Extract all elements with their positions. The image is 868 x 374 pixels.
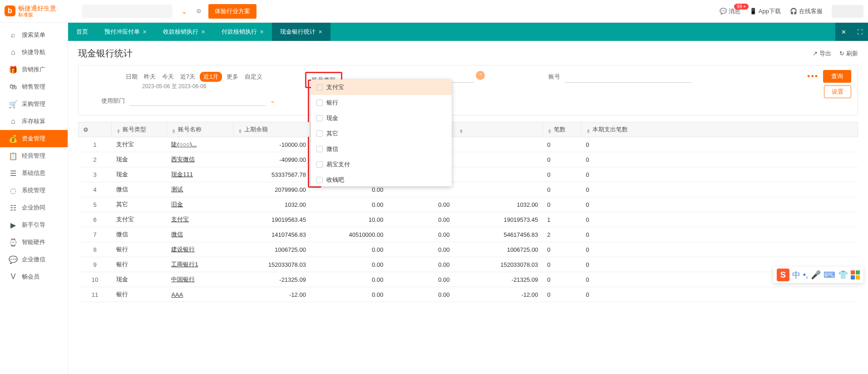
date-chip[interactable]: 近7天 bbox=[178, 72, 197, 82]
acct-name-link[interactable]: 建设银行 bbox=[171, 246, 195, 253]
dropdown-item[interactable]: 易宝支付 bbox=[311, 157, 452, 172]
acct-name-link[interactable]: 支付宝 bbox=[171, 216, 189, 223]
sidebar-item[interactable]: ◌系统管理 bbox=[0, 182, 68, 199]
acct-name-link[interactable]: 西安微信 bbox=[171, 156, 195, 163]
column-header[interactable]: ▲▼ bbox=[454, 122, 543, 137]
sidebar-item-label: 企业微信 bbox=[22, 255, 45, 264]
ime-keyboard-icon[interactable]: ⌨ bbox=[824, 270, 835, 280]
acct-name-link[interactable]: 中国银行 bbox=[171, 276, 195, 283]
date-range: 2023-05-06 至 2023-06-06 bbox=[142, 83, 264, 90]
table-settings-icon[interactable]: ⚙ bbox=[79, 122, 112, 137]
dropdown-item[interactable]: 支付宝 bbox=[311, 80, 452, 95]
sidebar-item-label: 智能硬件 bbox=[22, 238, 45, 246]
checkbox[interactable] bbox=[316, 177, 323, 183]
settings-button[interactable]: 设置 bbox=[824, 85, 851, 98]
row-number: 8 bbox=[79, 242, 112, 257]
dropdown-item[interactable]: 现金 bbox=[311, 110, 452, 126]
fullscreen-icon[interactable]: ⛶ bbox=[852, 23, 868, 41]
acct-name-link[interactable]: AAA bbox=[171, 291, 183, 298]
checkbox[interactable] bbox=[316, 161, 323, 168]
date-chip[interactable]: 自定义 bbox=[243, 72, 264, 82]
date-chip[interactable]: 昨天 bbox=[142, 72, 158, 82]
col5-cell: 0.00 bbox=[388, 212, 454, 227]
sidebar-item[interactable]: V畅会员 bbox=[0, 268, 68, 285]
close-icon[interactable]: ✕ bbox=[143, 29, 147, 35]
acct-name-link[interactable]: 微信 bbox=[171, 231, 183, 238]
date-chip[interactable]: 近1月 bbox=[200, 72, 222, 82]
close-icon[interactable]: ✕ bbox=[260, 29, 264, 35]
sidebar-item[interactable]: ⌂库存核算 bbox=[0, 113, 68, 130]
top-right: 💬 消息 99 + 📱 App下载 🎧 在线客服 bbox=[720, 5, 863, 18]
sidebar-item[interactable]: ☷企业协同 bbox=[0, 199, 68, 216]
chevron-down-icon[interactable]: ⌄ bbox=[270, 97, 275, 104]
sidebar-item[interactable]: 💬企业微信 bbox=[0, 251, 68, 268]
close-all-tabs-icon[interactable]: ✕ bbox=[835, 23, 852, 41]
tab[interactable]: 预付冲应付单✕ bbox=[96, 23, 155, 41]
ime-grid-icon[interactable] bbox=[851, 270, 860, 279]
sidebar-item[interactable]: ⌂快捷导航 bbox=[0, 44, 68, 61]
acct-name-link[interactable]: 旧金 bbox=[171, 201, 183, 208]
sidebar-item[interactable]: 🎁营销推广 bbox=[0, 61, 68, 78]
checkbox[interactable] bbox=[316, 84, 323, 90]
table-row: 7 微信 微信 14107456.83 40510000.00 0.00 546… bbox=[79, 227, 858, 242]
dropdown-item[interactable]: 微信 bbox=[311, 141, 452, 157]
column-header[interactable]: ▲▼本期支出笔数 bbox=[582, 122, 858, 137]
tab[interactable]: 收款核销执行✕ bbox=[155, 23, 213, 41]
checkbox[interactable] bbox=[316, 146, 323, 152]
service-link[interactable]: 🎧 在线客服 bbox=[790, 7, 823, 15]
sidebar-item[interactable]: 🛍销售管理 bbox=[0, 78, 68, 95]
sidebar-item[interactable]: ☰基础信息 bbox=[0, 165, 68, 182]
acct-name-link[interactable]: 现金111 bbox=[171, 171, 193, 178]
acct-name-link[interactable]: 测试 bbox=[171, 186, 183, 193]
sidebar-item[interactable]: 💰资金管理 bbox=[0, 130, 68, 147]
account-input[interactable] bbox=[565, 72, 692, 83]
checkbox[interactable] bbox=[316, 130, 323, 137]
ime-punct-icon[interactable]: •, bbox=[803, 270, 808, 280]
close-icon[interactable]: ✕ bbox=[318, 29, 322, 35]
date-chip[interactable]: 更多 bbox=[225, 72, 240, 82]
query-button[interactable]: 查询 bbox=[823, 70, 851, 83]
app-download-link[interactable]: 📱 App下载 bbox=[750, 7, 781, 15]
sidebar-item[interactable]: ⌕搜索菜单 bbox=[0, 26, 68, 44]
sidebar-item[interactable]: 🛒采购管理 bbox=[0, 95, 68, 113]
sidebar-icon: 💬 bbox=[9, 255, 17, 264]
checkbox[interactable] bbox=[316, 115, 323, 121]
close-icon[interactable]: ✕ bbox=[201, 29, 205, 35]
more-dots-icon[interactable]: ••• bbox=[807, 72, 819, 81]
column-header[interactable]: ▲▼账号类型 bbox=[112, 122, 167, 137]
ime-skin-icon[interactable]: 👕 bbox=[838, 270, 848, 280]
tab[interactable]: 付款核销执行✕ bbox=[213, 23, 272, 41]
gear-icon[interactable]: ⚙ bbox=[196, 8, 202, 15]
date-chip[interactable]: 今天 bbox=[160, 72, 176, 82]
avatar[interactable] bbox=[832, 5, 863, 18]
org-selector[interactable] bbox=[82, 5, 173, 18]
sidebar-item[interactable]: 📋经营管理 bbox=[0, 147, 68, 165]
ime-logo-icon[interactable]: S bbox=[777, 269, 789, 281]
dropdown-item[interactable]: 银行 bbox=[311, 95, 452, 110]
column-header[interactable]: ▲▼上期余额 bbox=[233, 122, 310, 137]
acct-name-link[interactable]: 陡(○○○)... bbox=[171, 141, 197, 148]
dropdown-item[interactable]: 收钱吧 bbox=[311, 172, 452, 186]
messages-link[interactable]: 💬 消息 99 + bbox=[720, 7, 740, 15]
experience-button[interactable]: 体验行业方案 bbox=[208, 4, 256, 19]
acct-name-link[interactable]: 工商银行1 bbox=[171, 261, 198, 268]
tab[interactable]: 首页 bbox=[68, 23, 96, 41]
dept-select[interactable] bbox=[129, 95, 266, 106]
sidebar-item[interactable]: ▶新手引导 bbox=[0, 216, 68, 234]
refresh-button[interactable]: ↻刷新 bbox=[839, 50, 858, 58]
ime-lang[interactable]: 中 bbox=[792, 269, 800, 280]
checkbox[interactable] bbox=[316, 100, 323, 106]
sidebar-item[interactable]: ⌚智能硬件 bbox=[0, 234, 68, 251]
prev-balance-cell: -21325.09 bbox=[233, 272, 310, 287]
tab[interactable]: 现金银行统计✕ bbox=[272, 23, 330, 41]
column-header[interactable]: ▲▼笔数 bbox=[542, 122, 581, 137]
column-header[interactable]: ▲▼账号名称 bbox=[167, 122, 233, 137]
main: 首页预付冲应付单✕收款核销执行✕付款核销执行✕现金银行统计✕ ✕ ⛶ 现金银行统… bbox=[68, 23, 868, 374]
collapse-toggle-icon[interactable]: ⌃ bbox=[476, 71, 485, 80]
dropdown-item[interactable]: 其它 bbox=[311, 126, 452, 141]
chevron-down-icon[interactable]: ⌄ bbox=[182, 8, 187, 15]
table-row: 8 银行 建设银行 1006725.00 0.00 0.00 1006725.0… bbox=[79, 242, 858, 257]
count-cell: 0 bbox=[542, 257, 581, 272]
export-button[interactable]: ↗导出 bbox=[813, 50, 831, 58]
ime-mic-icon[interactable]: 🎤 bbox=[811, 270, 821, 280]
